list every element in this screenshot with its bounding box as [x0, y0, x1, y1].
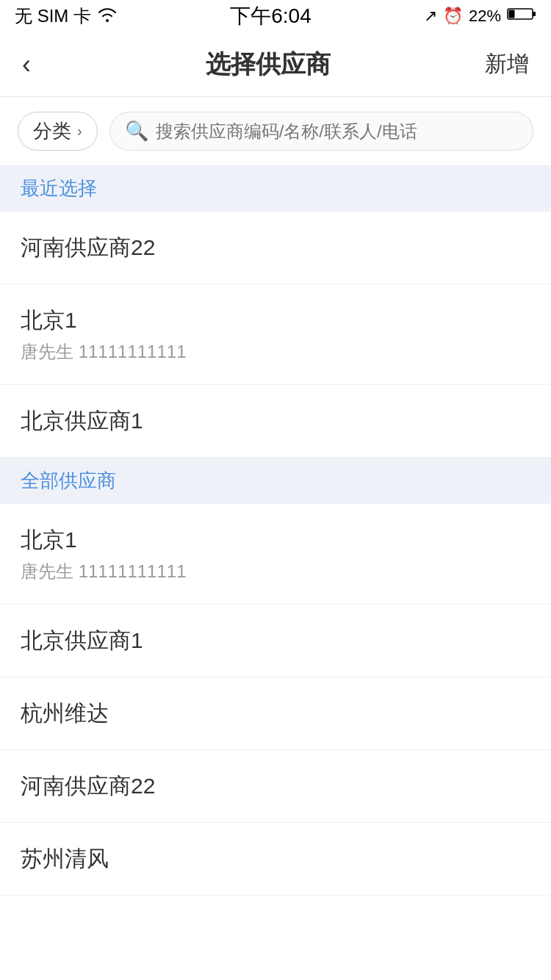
list-item[interactable]: 河南供应商22 [0, 750, 551, 823]
location-icon: ↗ [424, 7, 437, 26]
status-time: 下午6:04 [230, 2, 311, 30]
supplier-name: 北京1 [21, 305, 530, 336]
supplier-name: 河南供应商22 [21, 232, 530, 263]
supplier-name: 苏州清风 [21, 843, 530, 874]
status-right: ↗ ⏰ 22% [424, 7, 536, 26]
status-bar: 无 SIM 卡 下午6:04 ↗ ⏰ 22% [0, 0, 551, 32]
add-button[interactable]: 新增 [470, 49, 529, 79]
filter-row: 分类 › 🔍 [0, 97, 551, 165]
battery-icon [507, 7, 536, 26]
search-icon: 🔍 [125, 120, 148, 143]
list-item[interactable]: 北京供应商1 [0, 605, 551, 677]
list-item[interactable]: 北京1唐先生 11111111111 [0, 284, 551, 385]
sections-container: 最近选择河南供应商22北京1唐先生 11111111111北京供应商1全部供应商… [0, 165, 551, 896]
section-header-all: 全部供应商 [0, 458, 551, 504]
list-item[interactable]: 杭州维达 [0, 677, 551, 750]
page-title: 选择供应商 [206, 48, 331, 82]
supplier-name: 北京供应商1 [21, 406, 530, 436]
search-box[interactable]: 🔍 [109, 112, 533, 151]
list-item[interactable]: 河南供应商22 [0, 212, 551, 284]
carrier-text: 无 SIM 卡 [15, 4, 91, 28]
alarm-icon: ⏰ [443, 7, 463, 26]
nav-bar: ‹ 选择供应商 新增 [0, 32, 551, 97]
category-label: 分类 [33, 118, 71, 144]
back-button[interactable]: ‹ [22, 49, 66, 80]
supplier-name: 河南供应商22 [21, 771, 530, 801]
wifi-icon [97, 6, 118, 26]
supplier-name: 北京供应商1 [21, 625, 530, 656]
list-item[interactable]: 苏州清风 [0, 823, 551, 896]
list-item[interactable]: 北京1唐先生 11111111111 [0, 504, 551, 605]
status-left: 无 SIM 卡 [15, 4, 118, 28]
list-item[interactable]: 北京供应商1 [0, 385, 551, 458]
chevron-right-icon: › [77, 123, 82, 140]
section-header-recent: 最近选择 [0, 165, 551, 212]
supplier-name: 北京1 [21, 525, 530, 555]
supplier-contact: 唐先生 11111111111 [21, 560, 530, 583]
search-input[interactable] [156, 121, 518, 142]
supplier-contact: 唐先生 11111111111 [21, 340, 530, 364]
battery-text: 22% [469, 7, 501, 26]
svg-rect-1 [533, 12, 536, 16]
supplier-name: 杭州维达 [21, 698, 530, 729]
category-button[interactable]: 分类 › [18, 112, 98, 151]
svg-rect-2 [509, 10, 515, 18]
